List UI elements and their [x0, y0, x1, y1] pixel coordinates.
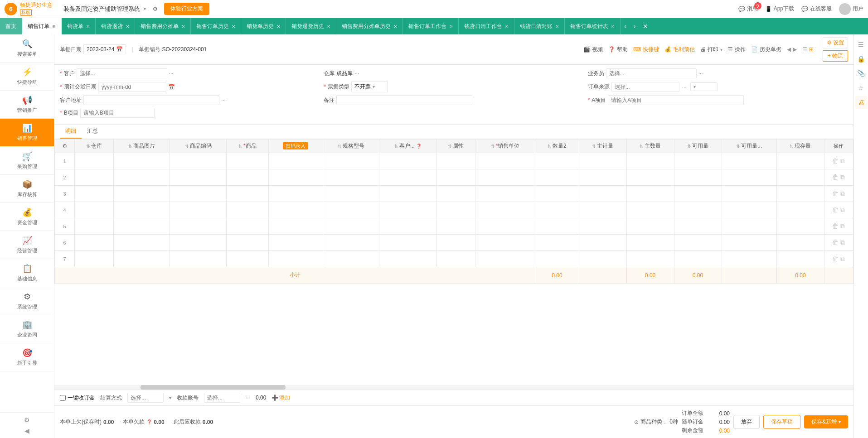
right-icon-star[interactable]: ☆	[855, 82, 868, 94]
row-7-current-stock[interactable]	[776, 251, 824, 267]
row-2-delete-icon[interactable]: 🗑	[832, 173, 839, 181]
form-settings-button[interactable]: ⚙ 设置	[823, 37, 848, 48]
trial-button[interactable]: 体验行业方案	[164, 3, 209, 15]
sidebar-collapse-icon[interactable]: ◀	[24, 427, 29, 434]
list-view-btn[interactable]: ☰	[802, 46, 807, 53]
salesperson-more-icon[interactable]: ···	[698, 70, 703, 77]
row-5-customer-code[interactable]	[379, 218, 436, 235]
row-7-product-image[interactable]	[113, 251, 170, 267]
tab-sales-order[interactable]: 销售订单 ✕	[22, 18, 62, 34]
order-source-input[interactable]	[611, 82, 679, 92]
online-support-link[interactable]: 💬 在线客服	[801, 5, 832, 13]
row-6-attribute[interactable]	[436, 235, 475, 251]
tab-more-button[interactable]: ✕	[639, 23, 652, 30]
delivery-date-input[interactable]	[98, 82, 166, 92]
row-4-product-image[interactable]	[113, 202, 170, 218]
row-3-product[interactable]	[226, 186, 268, 202]
row-7-main-qty[interactable]	[626, 251, 674, 267]
row-2-main-qty[interactable]	[626, 169, 674, 186]
row-6-available[interactable]	[674, 235, 722, 251]
row-4-sales-unit[interactable]	[475, 202, 535, 218]
tab-sales-return[interactable]: 销货单 ✕	[62, 18, 96, 34]
row-1-main-unit[interactable]	[579, 153, 626, 169]
row-1-current-stock[interactable]	[776, 153, 824, 169]
row-1-attribute[interactable]	[436, 153, 475, 169]
row-5-product[interactable]	[226, 218, 268, 235]
row-2-warehouse[interactable]	[75, 169, 113, 186]
row-4-copy-icon[interactable]: ⧉	[840, 206, 845, 214]
row-2-main-unit[interactable]	[579, 169, 626, 186]
row-1-copy-icon[interactable]: ⧉	[840, 157, 845, 165]
print-btn[interactable]: 🖨 打印 ▾	[700, 46, 723, 53]
tab-close-sales-stats[interactable]: ✕	[611, 24, 615, 29]
row-5-copy-icon[interactable]: ⧉	[840, 222, 845, 230]
shortcut-btn[interactable]: ⌨ 快捷键	[633, 46, 659, 53]
scrollbar-thumb[interactable]	[141, 385, 286, 390]
row-1-sales-unit[interactable]	[475, 153, 535, 169]
row-7-qty2[interactable]	[535, 251, 579, 267]
sidebar-item-marketing[interactable]: 📢 营销推广	[0, 91, 54, 119]
row-4-customer-code[interactable]	[379, 202, 436, 218]
customer-input[interactable]	[77, 68, 167, 78]
payment-dropdown-icon[interactable]: ▾	[169, 395, 171, 400]
row-3-spec[interactable]	[323, 186, 379, 202]
save-new-dropdown-icon[interactable]: ▾	[839, 419, 841, 424]
row-4-main-qty[interactable]	[626, 202, 674, 218]
sidebar-item-search[interactable]: 🔍 搜索菜单	[0, 34, 54, 63]
right-icon-lock[interactable]: 🔒	[855, 53, 868, 65]
row-3-current-stock[interactable]	[776, 186, 824, 202]
sidebar-item-finance[interactable]: 💰 资金管理	[0, 203, 54, 231]
row-7-copy-icon[interactable]: ⧉	[840, 255, 845, 263]
row-3-warehouse[interactable]	[75, 186, 113, 202]
discard-button[interactable]: 放弃	[733, 415, 760, 429]
tab-close-expense-split[interactable]: ✕	[181, 24, 185, 29]
tab-close-cash-workbench[interactable]: ✕	[505, 24, 509, 29]
tab-close-return-history[interactable]: ✕	[276, 24, 280, 29]
row-5-main-unit[interactable]	[579, 218, 626, 235]
invoice-type-select[interactable]: 不开票 ▾	[351, 81, 388, 92]
row-2-qty2[interactable]	[535, 169, 579, 186]
col-settings[interactable]: ⚙	[55, 140, 75, 153]
current-debt-help[interactable]: ❓	[146, 419, 152, 424]
sidebar-item-purchase[interactable]: 🛒 采购管理	[0, 147, 54, 175]
system-dropdown-arrow[interactable]: ▾	[144, 6, 146, 11]
sidebar-item-quick-nav[interactable]: ⚡ 快捷导航	[0, 63, 54, 91]
row-2-available[interactable]	[674, 169, 722, 186]
row-5-attribute[interactable]	[436, 218, 475, 235]
row-2-product-code[interactable]	[170, 169, 227, 186]
order-source-select[interactable]: ▾	[690, 82, 718, 91]
row-6-qty2[interactable]	[535, 235, 579, 251]
grid-view-btn[interactable]: ⊞	[809, 46, 814, 53]
next-record-btn[interactable]: ▶	[793, 46, 797, 53]
row-7-available2[interactable]	[722, 251, 776, 267]
customer-address-input[interactable]	[83, 95, 219, 105]
tab-close-refund-history[interactable]: ✕	[327, 24, 330, 29]
tab-close-sales-return[interactable]: ✕	[86, 24, 90, 29]
row-7-customer-code[interactable]	[379, 251, 436, 267]
row-2-product-image[interactable]	[113, 169, 170, 186]
sidebar-item-base-info[interactable]: 📋 基础信息	[0, 259, 54, 287]
row-6-current-stock[interactable]	[776, 235, 824, 251]
row-2-spec[interactable]	[323, 169, 379, 186]
row-2-scan[interactable]	[268, 169, 323, 186]
row-1-available[interactable]	[674, 153, 722, 169]
tab-order-history[interactable]: 销售订单历史 ✕	[191, 18, 241, 34]
scan-btn[interactable]: 扫码录入	[283, 142, 308, 149]
row-4-main-unit[interactable]	[579, 202, 626, 218]
tab-home[interactable]: 首页	[0, 18, 22, 34]
row-4-warehouse[interactable]	[75, 202, 113, 218]
row-3-sales-unit[interactable]	[475, 186, 535, 202]
save-new-button[interactable]: 保存&新增 ▾	[804, 415, 848, 428]
row-6-product-image[interactable]	[113, 235, 170, 251]
delivery-calendar-icon[interactable]: 📅	[168, 84, 175, 90]
tab-next-button[interactable]: ›	[630, 23, 640, 30]
tab-close-sales-order[interactable]: ✕	[52, 24, 56, 29]
operations-btn[interactable]: ☰ 操作	[728, 46, 746, 53]
user-avatar[interactable]: 用户	[839, 3, 863, 15]
row-3-delete-icon[interactable]: 🗑	[832, 190, 839, 197]
prev-record-btn[interactable]: ◀	[787, 46, 791, 53]
tab-sales-refund[interactable]: 销货退货 ✕	[96, 18, 135, 34]
view-video-btn[interactable]: 🎬 视频	[583, 46, 603, 53]
row-4-scan[interactable]	[268, 202, 323, 218]
row-5-main-qty[interactable]	[626, 218, 674, 235]
